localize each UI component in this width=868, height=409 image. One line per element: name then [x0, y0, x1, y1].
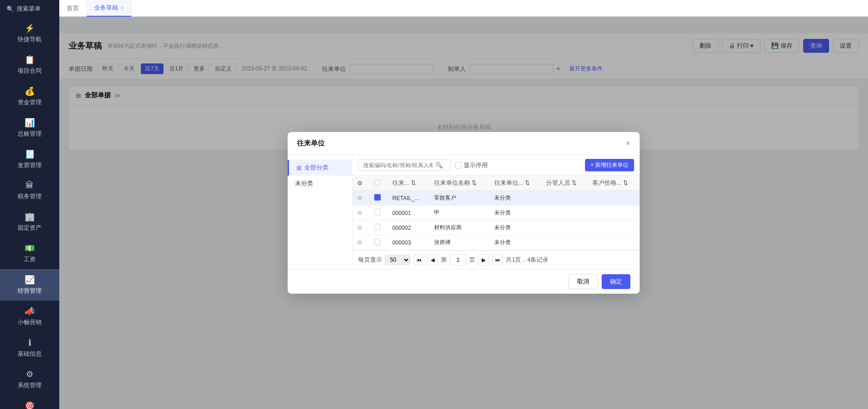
sidebar-item-accounting[interactable]: 📊 总账管理	[0, 112, 59, 144]
dialog-toolbar: 🔍 显示停用 + 新增往来单位	[352, 155, 640, 176]
sidebar-item-guide[interactable]: 🎯 新手引导	[0, 395, 59, 409]
sidebar-item-label: 工资	[24, 255, 36, 264]
next-page-button[interactable]: ▶	[478, 254, 489, 265]
row-category: 未分类	[490, 206, 541, 220]
row-code: RETAIL_...	[388, 191, 429, 206]
row-code: 000001	[388, 206, 429, 220]
unclassified-label: 未分类	[295, 180, 313, 187]
total-records: 共1页，4条记录	[506, 256, 548, 264]
sidebar-item-marketing[interactable]: 📣 小畅营销	[0, 301, 59, 332]
settings-icon[interactable]: ⚙	[357, 180, 363, 187]
sort-category[interactable]: 往来单位... ⇅	[494, 179, 537, 187]
row-category: 未分类	[490, 191, 541, 206]
sidebar-item-label: 税务管理	[18, 192, 42, 201]
row-checkbox[interactable]	[370, 206, 388, 220]
quick-nav-icon: ⚡	[25, 23, 35, 33]
sidebar-item-system[interactable]: ⚙ 系统管理	[0, 364, 59, 395]
dialog-pagination: 每页显示 50 100 ⏮ ◀ 第 页 ▶ ⏭ 共1页，4条记录	[352, 250, 640, 269]
sidebar-item-fixed-assets[interactable]: 🏢 固定资产	[0, 206, 59, 238]
sort-name[interactable]: 往来单位名称 ⇅	[434, 179, 485, 187]
unclassified-item[interactable]: 未分类	[288, 176, 352, 191]
sidebar-search-label: 搜索菜单	[17, 5, 41, 13]
row-checkbox[interactable]	[370, 191, 388, 206]
sidebar-item-label: 资金管理	[18, 98, 42, 107]
col-code: 往来... ⇅	[388, 176, 429, 191]
row-price	[588, 191, 640, 206]
sort-manager[interactable]: 分管人员 ⇅	[546, 179, 583, 187]
operations-icon: 📈	[25, 275, 35, 285]
row-settings[interactable]: ⚙	[352, 220, 370, 235]
sidebar-item-invoice[interactable]: 🧾 发票管理	[0, 144, 59, 175]
sidebar-item-label: 总账管理	[18, 130, 42, 138]
sidebar-item-tax[interactable]: 🏛 税务管理	[0, 175, 59, 206]
sidebar-item-quick-nav[interactable]: ⚡ 快捷导航	[0, 18, 59, 49]
confirm-button[interactable]: 确定	[602, 274, 630, 289]
sidebar: 🔍 搜索菜单 ⚡ 快捷导航 📋 项目合同 💰 资金管理 📊 总账管理 🧾 发票管…	[0, 0, 59, 409]
table-row[interactable]: ⚙ RETAIL_... 零散客户 未分类	[352, 191, 640, 206]
row-name: 零散客户	[429, 191, 490, 206]
table-row[interactable]: ⚙ 000002 材料供应商 未分类	[352, 220, 640, 235]
row-category: 未分类	[490, 235, 541, 250]
sidebar-item-label: 固定资产	[18, 224, 42, 232]
last-page-button[interactable]: ⏭	[492, 254, 503, 265]
show-disabled-checkbox[interactable]	[455, 162, 462, 169]
sidebar-item-label: 发票管理	[18, 161, 42, 170]
sidebar-item-basic-info[interactable]: ℹ 基础信息	[0, 332, 59, 364]
partner-search-input[interactable]	[363, 162, 433, 169]
row-settings[interactable]: ⚙	[352, 191, 370, 206]
col-price: 客户价格... ⇅	[588, 176, 640, 191]
partner-dialog: 往来单位 × ⊞ 全部分类 未分类 🔍	[288, 132, 640, 294]
row-price	[588, 220, 640, 235]
marketing-icon: 📣	[25, 306, 35, 316]
sidebar-item-salary[interactable]: 💵 工资	[0, 238, 59, 269]
first-page-button[interactable]: ⏮	[413, 254, 424, 265]
search-icon: 🔍	[435, 162, 443, 169]
dialog-close-button[interactable]: ×	[625, 138, 630, 148]
select-all-checkbox[interactable]	[374, 179, 381, 186]
partner-search-box[interactable]: 🔍	[358, 159, 451, 171]
row-manager	[541, 235, 588, 250]
cancel-button[interactable]: 取消	[568, 274, 598, 289]
category-all-item[interactable]: ⊞ 全部分类	[288, 160, 352, 176]
row-name: 甲	[429, 206, 490, 220]
show-disabled-label: 显示停用	[455, 161, 488, 170]
dialog-header: 往来单位 ×	[288, 132, 640, 155]
sidebar-item-label: 经营管理	[18, 287, 42, 295]
row-settings[interactable]: ⚙	[352, 235, 370, 250]
dialog-footer: 取消 确定	[288, 269, 640, 294]
row-code: 000002	[388, 220, 429, 235]
sort-code[interactable]: 往来... ⇅	[392, 179, 425, 187]
row-category: 未分类	[490, 220, 541, 235]
per-page-select[interactable]: 50 100	[385, 255, 410, 265]
sidebar-item-label: 快捷导航	[18, 35, 42, 44]
category-all-label: 全部分类	[304, 164, 328, 172]
row-name: 材料供应商	[429, 220, 490, 235]
col-name: 往来单位名称 ⇅	[429, 176, 490, 191]
table-row[interactable]: ⚙ 000003 张师傅 未分类	[352, 235, 640, 250]
row-settings[interactable]: ⚙	[352, 206, 370, 220]
sidebar-item-label: 小畅营销	[18, 318, 42, 327]
sidebar-search-button[interactable]: 🔍 搜索菜单	[0, 0, 59, 18]
prev-page-button[interactable]: ◀	[427, 254, 438, 265]
current-page-input[interactable]	[450, 254, 466, 265]
guide-icon: 🎯	[25, 401, 35, 409]
category-grid-icon: ⊞	[296, 164, 302, 171]
dialog-left-panel: ⊞ 全部分类 未分类	[288, 155, 352, 269]
row-checkbox[interactable]	[370, 220, 388, 235]
sidebar-item-label: 系统管理	[18, 381, 42, 390]
row-code: 000003	[388, 235, 429, 250]
sidebar-item-label: 基础信息	[18, 350, 42, 358]
row-manager	[541, 220, 588, 235]
sidebar-item-project-contract[interactable]: 📋 项目合同	[0, 49, 59, 81]
table-row[interactable]: ⚙ 000001 甲 未分类	[352, 206, 640, 220]
sidebar-item-operations[interactable]: 📈 经营管理	[0, 269, 59, 301]
fixed-assets-icon: 🏢	[25, 212, 35, 222]
add-partner-button[interactable]: + 新增往来单位	[585, 159, 634, 171]
sidebar-item-label: 项目合同	[18, 67, 42, 75]
row-checkbox[interactable]	[370, 235, 388, 250]
dialog-title: 往来单位	[297, 139, 325, 148]
page-unit: 页	[469, 256, 475, 264]
sort-price[interactable]: 客户价格... ⇅	[592, 179, 635, 187]
sidebar-item-fund-management[interactable]: 💰 资金管理	[0, 81, 59, 112]
per-page-label: 每页显示	[358, 256, 382, 264]
